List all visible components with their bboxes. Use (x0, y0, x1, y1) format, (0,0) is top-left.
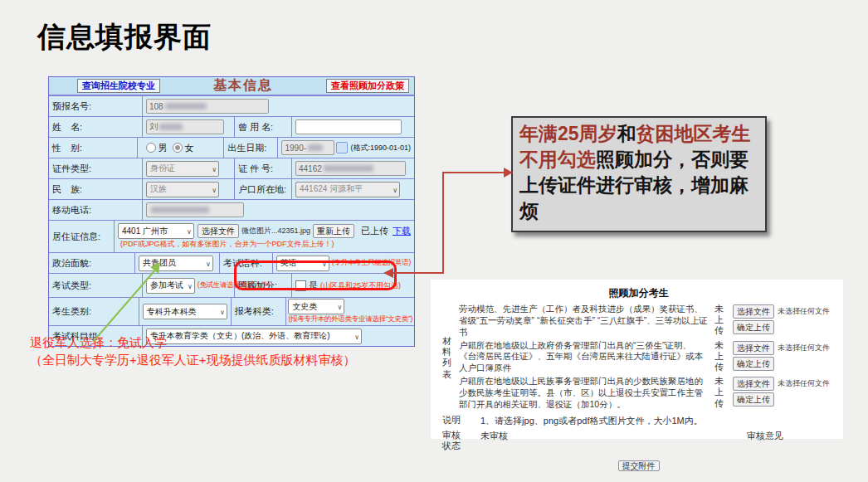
registry-label: 户口所在地: (238, 183, 286, 196)
slide-canvas: 信息填报界面 查询招生院校专业 基本信息 查看照顾加分政策 预报名号: 108 … (0, 0, 868, 482)
bonus-checkbox[interactable] (295, 280, 306, 291)
chevron-down-icon (220, 307, 225, 316)
applycat-hint: (报考专升本的外语类专业请选择“文史类”) (288, 314, 412, 324)
birth-input[interactable]: 1990- (281, 140, 334, 155)
confirm-upload-button[interactable]: 确定上传 (733, 392, 774, 407)
examtype-label: 考试类型: (52, 280, 91, 292)
upload-status: 未上传 (714, 304, 724, 337)
mobile-input[interactable] (146, 202, 244, 217)
row-political-lang: 政治面貌: 共青团员 考试语种: 英语 (专升本考生只能选报英语) (49, 252, 414, 273)
row-idtype-idno: 证件类型: 身份证 证 件 号: 44162 (49, 158, 414, 178)
lang-select[interactable]: 英语 (276, 256, 329, 271)
applycat-value: 文史类 (292, 301, 317, 313)
ethnic-select[interactable]: 汉族 (146, 182, 219, 197)
row-gender-birth: 性 别: 男 女 出生日期: 1990- (格式:1990-01-01) (49, 137, 414, 158)
review-status-value: 未审核 (480, 430, 508, 442)
cat-select[interactable]: 专科升本科类 (143, 304, 227, 319)
political-value: 共青团员 (143, 257, 176, 269)
annotation-black-text: 和 (617, 123, 636, 144)
bonus-label: 照顾加分: (238, 280, 277, 292)
prereg-value: 108 (149, 102, 163, 111)
veteran-note-line1: 退役军人选择：免试入学 (30, 334, 356, 351)
permit-region-value: 4401 广州市 (122, 226, 168, 237)
review-opinion-label: 审核意见 (747, 430, 783, 442)
annotation-box: 年满25周岁和贫困地区考生不用勾选照顾加分，否则要上传证件进行审核，增加麻烦 (511, 116, 767, 232)
mobile-label: 移动电话: (52, 204, 91, 217)
choose-file-button[interactable]: 选择文件 (733, 304, 774, 319)
permit-note: (PDF或JPG格式，如有多张图片，合并为一个PDF文件后上传！) (120, 239, 334, 250)
ethnic-label: 民 族: (52, 183, 82, 196)
ethnic-value: 汉族 (150, 183, 167, 195)
choose-file-button[interactable]: 选择文件 (733, 377, 774, 391)
idno-label: 证 件 号: (238, 163, 273, 175)
redacted-value (308, 144, 323, 151)
row-cat-applycat: 考生类别: 专科升本科类 报考科类: 文史类 (报考专升本的外语类专业请选择“文… (49, 297, 414, 325)
permit-choose-file-button[interactable]: 选择文件 (197, 224, 239, 238)
form-title: 基本信息 (213, 77, 273, 95)
bonus-checkbox-label: 是 (309, 280, 318, 292)
confirm-upload-button[interactable]: 确定上传 (733, 320, 774, 334)
calendar-icon[interactable] (336, 142, 348, 153)
cat-label: 考生类别: (52, 305, 91, 318)
applycat-select[interactable]: 文史类 (288, 299, 344, 314)
permit-uploaded-text: 已上传 (361, 225, 388, 237)
redacted-value (151, 207, 209, 213)
permit-reupload-button[interactable]: 重新上传 (313, 224, 354, 238)
material-item: 户籍所在地地级以上民族事务管理部门出具的少数民族聚居地的少数民族考生证明等。县（… (459, 376, 835, 411)
row-permit: 居住证信息: 4401 广州市 选择文件 微信图片...42351.jpg 重新… (49, 220, 414, 252)
materials-section: 材料列表 劳动模范、先进生产（工作）者及科技进步（成果）奖获证书、省级“五一劳动… (442, 304, 835, 412)
political-label: 政治面貌: (52, 257, 91, 270)
permit-filename: 微信图片...42351.jpg (241, 226, 310, 236)
name-input[interactable]: 刘 (146, 119, 224, 134)
no-file-text: 未选择任何文件 (778, 378, 830, 389)
veteran-note-line2: （全日制大专学历+退役军人证+现场提供纸质版材料审核） (30, 351, 356, 368)
permit-region-select[interactable]: 4401 广州市 (118, 223, 194, 239)
permit-download-link[interactable]: 下载 (393, 225, 411, 237)
annotation-red-text: 年满25周岁 (519, 123, 617, 144)
note-row: 说明 1、请选择jpg、png或者pdf格式图片文件，大小1M内。 (442, 415, 835, 427)
idno-input[interactable]: 44162 (295, 161, 406, 176)
upload-status: 未上传 (714, 340, 724, 373)
cat-value: 专科升本科类 (147, 306, 197, 318)
idtype-label: 证件类型: (52, 163, 91, 175)
form-header: 查询招生院校专业 基本信息 查看照顾加分政策 (49, 77, 414, 95)
material-item: 劳动模范、先进生产（工作）者及科技进步（成果）奖获证书、省级“五一劳动奖章” “… (459, 304, 835, 338)
examtype-select[interactable]: 参加考试 (146, 278, 195, 294)
former-name-input[interactable] (295, 119, 402, 134)
prereg-label: 预报名号: (52, 100, 91, 113)
no-file-text: 未选择任何文件 (778, 343, 830, 353)
chevron-down-icon (188, 281, 193, 290)
prereg-input[interactable]: 108 (146, 99, 269, 114)
material-list-label: 材料列表 (442, 336, 452, 380)
redacted-value (324, 165, 373, 172)
review-row: 审核状态 未审核 审核意见 (442, 430, 835, 451)
chevron-down-icon (187, 226, 192, 236)
redacted-value (165, 103, 207, 110)
birth-label: 出生日期: (227, 142, 266, 154)
veteran-note: 退役军人选择：免试入学 （全日制大专学历+退役军人证+现场提供纸质版材料审核） (30, 334, 356, 368)
review-status-label: 审核状态 (442, 430, 466, 451)
row-examtype-bonus: 考试类型: 参加考试 (免试生请选择免试入学) 照顾加分: 是 (山区县和25岁… (49, 273, 414, 297)
idtype-value: 身份证 (150, 163, 175, 174)
choose-file-button[interactable]: 选择文件 (733, 341, 774, 355)
confirm-upload-button[interactable]: 确定上传 (733, 357, 774, 371)
name-value: 刘 (149, 121, 158, 133)
political-select[interactable]: 共青团员 (139, 256, 213, 271)
gender-male-radio[interactable] (146, 143, 156, 153)
view-policy-button[interactable]: 查看照顾加分政策 (326, 79, 409, 93)
gender-male-label: 男 (158, 142, 168, 154)
registry-select[interactable]: 441624 河源和平 (295, 182, 400, 197)
row-mobile: 移动电话: (49, 199, 414, 220)
material-item: 户籍所在地地级以上政府侨务管理部门出具的“三侨生”证明、《台湾居民居住证》、五年… (459, 340, 835, 375)
gender-female-radio[interactable] (173, 143, 183, 153)
submit-attachments-button[interactable]: 提交附件 (618, 460, 660, 471)
birth-value: 1990- (285, 144, 306, 153)
row-ethnic-registry: 民 族: 汉族 户口所在地: 441624 河源和平 (49, 178, 414, 199)
lang-value: 英语 (280, 257, 297, 269)
query-colleges-button[interactable]: 查询招生院校专业 (77, 79, 160, 93)
bonus-hint: (山区县和25岁不用勾选) (320, 280, 401, 291)
idtype-select[interactable]: 身份证 (146, 161, 219, 177)
chevron-down-icon (322, 259, 327, 268)
bonus-panel-title: 照顾加分考生 (442, 286, 835, 300)
former-name-label: 曾 用 名: (238, 121, 273, 134)
